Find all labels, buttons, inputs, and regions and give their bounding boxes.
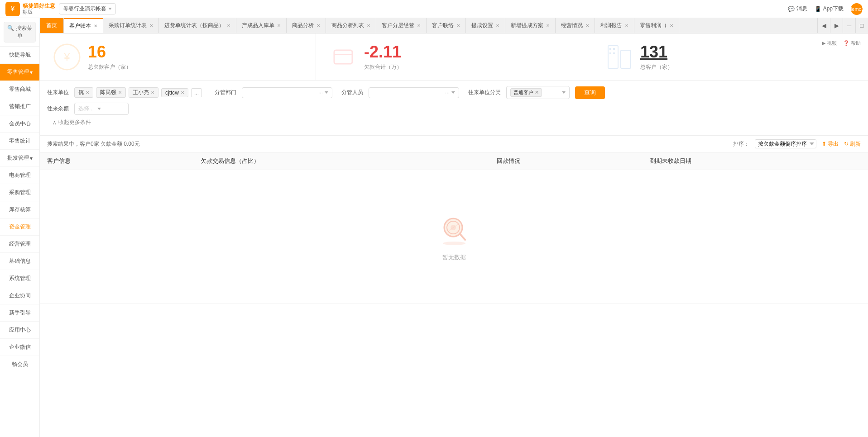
dept-input[interactable]: ··· <box>242 87 332 98</box>
sidebar-item-new-guide[interactable]: 新手引导 <box>0 304 39 322</box>
retail-mgmt-inner: 零售管理 ▾ <box>4 68 36 76</box>
video-button[interactable]: ▶ 视频 <box>822 40 837 47</box>
collapse-icon: ∧ <box>53 119 57 126</box>
system-mgmt-label: 系统管理 <box>9 275 31 281</box>
tab-new-promotion-plan-close[interactable]: ✕ <box>546 23 550 28</box>
tab-home[interactable]: 首页 <box>40 18 64 33</box>
category-input[interactable]: 普通客户 ✕ <box>506 86 570 99</box>
col-repayment: 回款情况 <box>489 152 643 170</box>
query-button[interactable]: 查询 <box>575 86 605 99</box>
tab-product-analysis[interactable]: 商品分析 ✕ <box>287 18 326 33</box>
tab-customer-contact[interactable]: 客户联络 ✕ <box>427 18 466 33</box>
tab-promotion-settings[interactable]: 提成设置 ✕ <box>466 18 505 33</box>
tab-product-analysis-list-close[interactable]: ✕ <box>367 23 370 28</box>
person-input[interactable]: ··· <box>369 87 459 98</box>
tab-retail-profit-close[interactable]: ✕ <box>670 23 673 28</box>
logo-area: ¥ 畅捷通好生意 标版 <box>5 2 55 16</box>
sidebar-item-enterprise-wechat[interactable]: 企业微信 <box>0 339 39 356</box>
sidebar-item-wholesale-mgmt[interactable]: 批发管理 ▾ <box>0 150 39 167</box>
sidebar-item-marketing[interactable]: 营销推广 <box>0 98 39 115</box>
sidebar-item-basic-info[interactable]: 基础信息 <box>0 253 39 270</box>
tab-operations-status[interactable]: 经营情况 ✕ <box>556 18 595 33</box>
sidebar-item-enterprise-collab[interactable]: 企业协同 <box>0 287 39 304</box>
tab-purchase-stats-close[interactable]: ✕ <box>227 23 230 28</box>
tab-bar: 首页 客户账本 ✕ 采购订单统计表 ✕ 进货单统计表（按商品） ✕ 产成品入库单… <box>40 18 868 33</box>
tab-new-promotion-plan[interactable]: 新增提成方案 ✕ <box>505 18 556 33</box>
sidebar-item-system-mgmt[interactable]: 系统管理 <box>0 270 39 287</box>
sidebar-item-quick-nav[interactable]: 快捷导航 <box>0 47 39 64</box>
enterprise-wechat-label: 企业微信 <box>9 344 31 350</box>
data-table: 客户信息 欠款交易信息（占比） 回款情况 到期未收款日期 <box>40 152 868 304</box>
basic-info-label: 基础信息 <box>9 258 31 264</box>
tab-customer-contact-label: 客户联络 <box>432 22 454 29</box>
help-label: 帮助 <box>851 40 861 47</box>
stat-value-block-3: 131 总客户（家） <box>640 43 673 71</box>
filter-tag-more[interactable]: ... <box>191 88 202 97</box>
sidebar-item-retail-mgmt[interactable]: 零售管理 ▾ <box>0 64 39 81</box>
tab-product-inbound-close[interactable]: ✕ <box>277 23 281 28</box>
tab-prev-button[interactable]: ◀ <box>817 18 830 33</box>
export-button[interactable]: ⬆ 导出 <box>822 140 839 148</box>
tab-maximize-button[interactable]: □ <box>855 18 868 33</box>
sidebar-item-member-center[interactable]: 会员中心 <box>0 115 39 133</box>
svg-rect-8 <box>609 52 611 54</box>
balance-input[interactable]: 选择... <box>74 103 129 115</box>
tab-customer-contact-close[interactable]: ✕ <box>456 23 460 28</box>
tab-customer-book-close[interactable]: ✕ <box>94 24 97 28</box>
app-download-button[interactable]: 📱 App下载 <box>815 5 844 13</box>
main-layout: 🔍 搜索菜单 快捷导航 零售管理 ▾ 零售商城 营销推广 会员中心 零售统计 <box>0 18 868 437</box>
sidebar-item-ecommerce-mgmt[interactable]: 电商管理 <box>0 167 39 184</box>
sidebar-item-finance-mgmt[interactable]: 资金管理 <box>0 218 39 236</box>
collapse-button[interactable]: ∧ 收起更多条件 <box>47 117 861 128</box>
app-center-label: 应用中心 <box>9 327 31 333</box>
help-button[interactable]: ❓ 帮助 <box>843 40 861 47</box>
tab-next-button[interactable]: ▶ <box>830 18 843 33</box>
tab-customer-tier-ops-close[interactable]: ✕ <box>417 23 421 28</box>
tab-purchase-stats-by-product[interactable]: 进货单统计表（按商品） ✕ <box>159 18 236 33</box>
tab-minimize-button[interactable]: ─ <box>843 18 855 33</box>
tag-1-label: 佤 <box>78 89 84 96</box>
tab-profit-report-label: 利润报告 <box>600 22 622 29</box>
search-menu-button[interactable]: 🔍 搜索菜单 <box>4 22 36 43</box>
avatar[interactable]: demo2 <box>851 3 863 15</box>
col-overdue-date: 到期未收款日期 <box>643 152 868 170</box>
balance-filter-label: 往来余额 <box>47 105 69 113</box>
tab-purchase-order-stats-label: 采购订单统计表 <box>109 22 147 29</box>
svg-rect-7 <box>613 48 615 50</box>
sidebar-item-app-center[interactable]: 应用中心 <box>0 322 39 339</box>
tab-product-analysis-list[interactable]: 商品分析列表 ✕ <box>326 18 376 33</box>
ecommerce-mgmt-label: 电商管理 <box>9 172 31 178</box>
tab-customer-tier-ops[interactable]: 客户分层经营 ✕ <box>376 18 427 33</box>
tab-customer-book[interactable]: 客户账本 ✕ <box>64 18 103 33</box>
org-selector[interactable]: 母婴行业演示帐套 <box>59 3 116 14</box>
tag-2-close[interactable]: ✕ <box>118 90 122 95</box>
tab-purchase-order-stats[interactable]: 采购订单统计表 ✕ <box>103 18 159 33</box>
tab-retail-profit[interactable]: 零售利润（ ✕ <box>634 18 679 33</box>
tab-product-analysis-close[interactable]: ✕ <box>317 23 320 28</box>
sidebar-item-operations-mgmt[interactable]: 经营管理 <box>0 236 39 253</box>
tab-profit-report[interactable]: 利润报告 ✕ <box>595 18 634 33</box>
dept-chevron-icon <box>325 91 328 94</box>
refresh-button[interactable]: ↻ 刷新 <box>844 140 861 148</box>
tab-promotion-settings-close[interactable]: ✕ <box>496 23 499 28</box>
category-tag-close[interactable]: ✕ <box>535 90 539 95</box>
sidebar-item-member-plus[interactable]: 畅会员 <box>0 356 39 373</box>
category-tag-label: 普通客户 <box>513 89 533 96</box>
tag-1-close[interactable]: ✕ <box>86 90 89 95</box>
sort-select[interactable]: 按欠款金额倒序排序 <box>755 139 816 148</box>
tab-product-inbound[interactable]: 产成品入库单 ✕ <box>236 18 287 33</box>
stat-label-1: 总欠款客户（家） <box>88 63 131 71</box>
sidebar-item-retail-stats[interactable]: 零售统计 <box>0 133 39 150</box>
sidebar-item-retail-mall[interactable]: 零售商城 <box>0 81 39 98</box>
sidebar-item-inventory-check[interactable]: 库存核算 <box>0 201 39 218</box>
message-button[interactable]: 💬 消息 <box>788 5 807 13</box>
top-bar-right: 💬 消息 📱 App下载 demo2 <box>788 3 863 15</box>
tab-purchase-order-stats-close[interactable]: ✕ <box>149 23 153 28</box>
tab-profit-report-close[interactable]: ✕ <box>625 23 628 28</box>
table-empty-cell: 暂无数据 <box>40 170 868 304</box>
tag-4-close[interactable]: ✕ <box>181 90 184 95</box>
sidebar-item-purchase-mgmt[interactable]: 采购管理 <box>0 184 39 201</box>
help-icon: ❓ <box>843 40 849 46</box>
tab-operations-status-close[interactable]: ✕ <box>585 23 589 28</box>
tag-3-close[interactable]: ✕ <box>151 90 154 95</box>
